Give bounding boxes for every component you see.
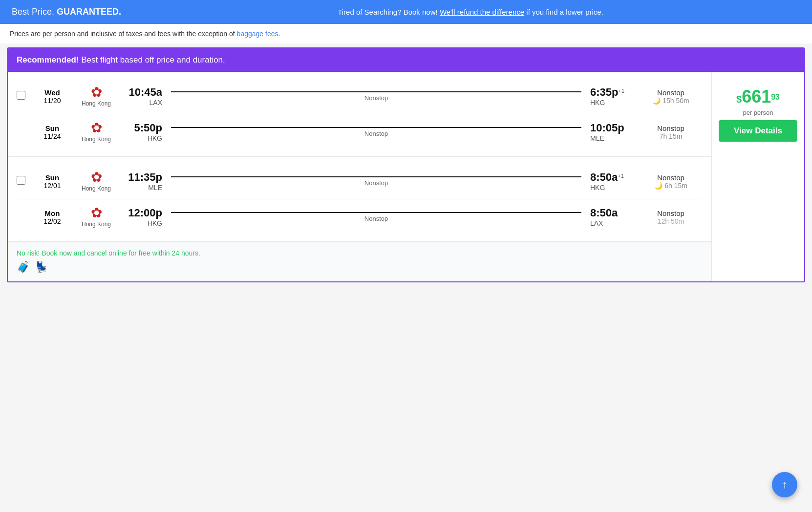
flight-checkbox-col [17, 91, 30, 102]
airline-name-4: Hong Kong [74, 221, 118, 228]
banner-right: Tired of Searching? Book now! We'll refu… [141, 8, 800, 16]
flight-checkbox-3[interactable] [17, 176, 25, 185]
depart-col-2: 5:50p HKG [123, 122, 162, 142]
airline-col-3: ✿ Hong Kong [74, 171, 118, 192]
date-col-4: Mon 12/02 [35, 209, 69, 225]
footer-bar: No risk! Book now and cancel online for … [8, 242, 711, 281]
arrive-airport-3: HKG [590, 184, 634, 192]
flight-date-1: 11/20 [35, 97, 69, 105]
depart-time-2: 5:50p [123, 122, 162, 134]
date-col-2: Sun 11/24 [35, 124, 69, 140]
date-col-1: Wed 11/20 [35, 88, 69, 105]
banner-left-bold: GUARANTEED. [57, 7, 121, 17]
stops-label-3: Nonstop [639, 173, 703, 182]
flight-date-3: 12/01 [35, 182, 69, 190]
flight-group-2: Sun 12/01 ✿ Hong Kong 11:35p MLE Nonstop [8, 157, 711, 242]
route-line-2 [171, 127, 581, 128]
flight-day-2: Sun [35, 124, 69, 132]
price-amount: 661 [742, 86, 771, 107]
flight-date-4: 12/02 [35, 217, 69, 225]
seat-icon: 💺 [35, 261, 48, 274]
stops-col-4: Nonstop 12h 50m [639, 209, 703, 225]
arrive-airport-2: MLE [590, 134, 634, 142]
flight-card: Recommended! Best flight based off price… [7, 47, 805, 282]
airline-logo-4: ✿ [74, 206, 118, 220]
route-label-4: Nonstop [364, 215, 388, 222]
stops-col-2: Nonstop 7h 15m [639, 124, 703, 140]
depart-col-3: 11:35p MLE [123, 171, 162, 192]
flight-checkbox-col-3 [17, 176, 30, 187]
route-col-1: Nonstop [167, 91, 585, 102]
table-row: Sun 11/24 ✿ Hong Kong 5:50p HKG Nonstop [17, 114, 703, 148]
depart-time-3: 11:35p [123, 171, 162, 184]
stops-duration-3: 🌙 6h 15m [639, 182, 703, 190]
info-bar: Prices are per person and inclusive of t… [0, 24, 812, 43]
flight-day-3: Sun [35, 173, 69, 182]
stops-label-2: Nonstop [639, 124, 703, 132]
stops-duration-4: 12h 50m [639, 217, 703, 225]
airline-name-2: Hong Kong [74, 136, 118, 143]
arrive-time-2: 10:05p [590, 122, 634, 134]
banner-refund-link[interactable]: We'll refund the difference [440, 8, 524, 16]
arrive-col-4: 8:50a LAX [590, 207, 634, 227]
stops-label-1: Nonstop [639, 88, 703, 97]
no-risk-text: No risk! Book now and cancel online for … [17, 249, 703, 257]
stops-duration-1: 🌙 15h 50m [639, 97, 703, 105]
airline-name-3: Hong Kong [74, 185, 118, 192]
flight-checkbox-1[interactable] [17, 91, 25, 100]
flight-day-4: Mon [35, 209, 69, 217]
airline-col-1: ✿ Hong Kong [74, 85, 118, 107]
duration-text-3: 6h 15m [664, 182, 687, 190]
price-display: $66193 [736, 86, 780, 107]
duration-text-1: 15h 50m [662, 97, 689, 105]
stops-duration-2: 7h 15m [639, 132, 703, 140]
arrive-time-4: 8:50a [590, 207, 634, 219]
duration-text-2: 7h 15m [660, 132, 683, 140]
depart-time-1: 10:45a [123, 86, 162, 99]
price-cents: 93 [771, 93, 780, 101]
banner-right-text: Tired of Searching? Book now! [338, 8, 440, 16]
airline-logo-2: ✿ [74, 121, 118, 135]
route-col-4: Nonstop [167, 212, 585, 222]
luggage-icon: 🧳 [17, 261, 30, 274]
arrive-airport-1: HKG [590, 99, 634, 107]
stops-col-3: Nonstop 🌙 6h 15m [639, 173, 703, 190]
depart-airport-1: LAX [123, 99, 162, 107]
view-details-button[interactable]: View Details [719, 120, 797, 142]
table-row: Sun 12/01 ✿ Hong Kong 11:35p MLE Nonstop [17, 166, 703, 197]
per-person-label: per person [743, 109, 773, 116]
date-col-3: Sun 12/01 [35, 173, 69, 190]
flight-group-1: Wed 11/20 ✿ Hong Kong 10:45a LAX Nonstop [8, 72, 711, 157]
route-line-3 [171, 176, 581, 177]
arrive-col-2: 10:05p MLE [590, 122, 634, 142]
top-banner: Best Price. GUARANTEED. Tired of Searchi… [0, 0, 812, 24]
recommended-label: Recommended! [17, 55, 79, 64]
moon-icon-1: 🌙 [652, 97, 661, 105]
recommended-subtitle: Best flight based off price and duration… [79, 55, 225, 64]
airline-col-4: ✿ Hong Kong [74, 206, 118, 228]
arrive-time-3: 8:50a+1 [590, 171, 634, 184]
arrive-col-3: 8:50a+1 HKG [590, 171, 634, 192]
arrive-col-1: 6:35p+1 HKG [590, 86, 634, 107]
flight-day-1: Wed [35, 88, 69, 97]
arrive-airport-4: LAX [590, 219, 634, 227]
price-panel: $66193 per person View Details [711, 72, 804, 281]
duration-text-4: 12h 50m [658, 217, 684, 225]
banner-left-text: Best Price. [12, 7, 57, 17]
depart-airport-2: HKG [123, 134, 162, 142]
airline-col-2: ✿ Hong Kong [74, 121, 118, 143]
recommended-header: Recommended! Best flight based off price… [8, 48, 804, 72]
info-suffix: . [278, 30, 280, 38]
depart-time-4: 12:00p [123, 207, 162, 219]
footer-icons: 🧳 💺 [17, 261, 703, 274]
airline-logo-1: ✿ [74, 85, 118, 99]
baggage-fees-link[interactable]: baggage fees [237, 30, 278, 38]
route-label-3: Nonstop [364, 179, 388, 187]
route-line-4 [171, 212, 581, 213]
depart-col-4: 12:00p HKG [123, 207, 162, 227]
route-col-2: Nonstop [167, 127, 585, 137]
route-label-2: Nonstop [364, 130, 388, 137]
airline-logo-3: ✿ [74, 171, 118, 184]
table-row: Mon 12/02 ✿ Hong Kong 12:00p HKG Nonstop [17, 199, 703, 233]
flight-date-2: 11/24 [35, 132, 69, 140]
